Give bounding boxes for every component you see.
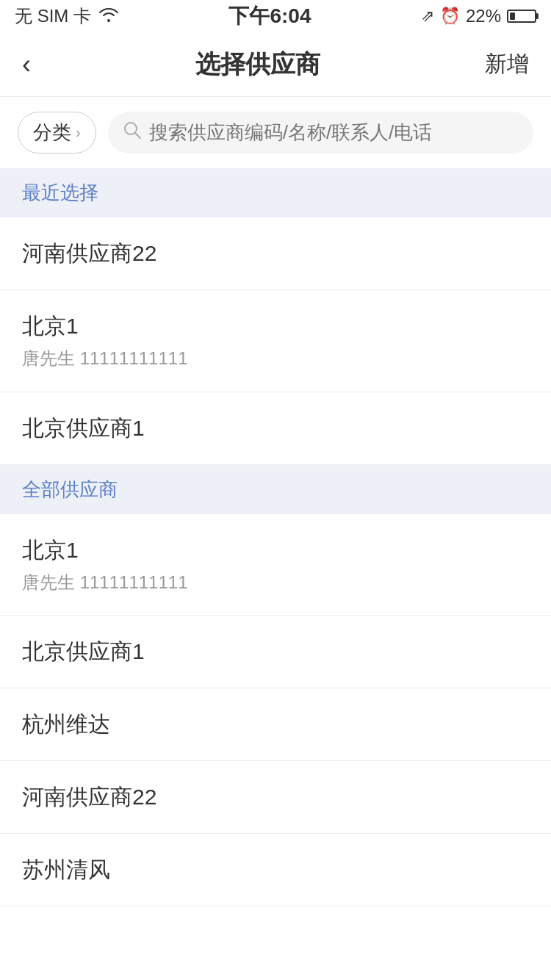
add-button[interactable]: 新增 — [485, 49, 529, 79]
list-item[interactable]: 北京供应商1 — [0, 392, 551, 465]
battery-fill — [510, 12, 515, 20]
list-item[interactable]: 北京1唐先生 11111111111 — [0, 514, 551, 616]
category-label: 分类 — [33, 120, 71, 145]
list-item[interactable]: 河南供应商22 — [0, 217, 551, 290]
battery-percent: 22% — [466, 6, 501, 26]
item-name: 北京供应商1 — [22, 636, 529, 667]
back-button[interactable]: ‹ — [22, 49, 31, 80]
list-item[interactable]: 河南供应商22 — [0, 761, 551, 834]
search-input-wrap — [108, 112, 533, 154]
item-name: 杭州维达 — [22, 709, 529, 740]
category-filter-button[interactable]: 分类 › — [18, 112, 96, 154]
alarm-icon: ⏰ — [440, 7, 460, 26]
list-item[interactable]: 北京1唐先生 11111111111 — [0, 290, 551, 392]
item-name: 北京供应商1 — [22, 413, 529, 444]
nav-bar: ‹ 选择供应商 新增 — [0, 32, 551, 97]
svg-line-1 — [135, 133, 140, 138]
list-item[interactable]: 北京供应商1 — [0, 616, 551, 688]
recent-section-label: 最近选择 — [22, 181, 98, 203]
recent-section-header: 最近选择 — [0, 168, 551, 217]
item-sub: 唐先生 11111111111 — [22, 346, 529, 371]
all-section-label: 全部供应商 — [22, 478, 118, 500]
list-item[interactable]: 苏州清风 — [0, 834, 551, 907]
item-name: 北京1 — [22, 535, 529, 566]
carrier-text: 无 SIM 卡 — [15, 4, 91, 28]
battery-bar — [507, 10, 536, 23]
wifi-icon — [98, 6, 119, 26]
all-items-list: 北京1唐先生 11111111111北京供应商1杭州维达河南供应商22苏州清风 — [0, 514, 551, 907]
item-name: 河南供应商22 — [22, 238, 529, 269]
item-name: 北京1 — [22, 311, 529, 342]
recent-items-list: 河南供应商22北京1唐先生 11111111111北京供应商1 — [0, 217, 551, 465]
chevron-right-icon: › — [76, 124, 81, 141]
status-bar: 无 SIM 卡 下午6:04 ⇗ ⏰ 22% — [0, 0, 551, 32]
status-right: ⇗ ⏰ 22% — [421, 6, 536, 26]
item-name: 苏州清风 — [22, 854, 529, 885]
search-icon — [123, 120, 142, 145]
item-sub: 唐先生 11111111111 — [22, 570, 529, 595]
search-bar: 分类 › — [0, 97, 551, 168]
list-item[interactable]: 杭州维达 — [0, 688, 551, 761]
page-title: 选择供应商 — [195, 48, 320, 82]
search-input[interactable] — [149, 121, 519, 144]
all-section-header: 全部供应商 — [0, 465, 551, 514]
status-time: 下午6:04 — [228, 2, 311, 30]
item-name: 河南供应商22 — [22, 782, 529, 813]
status-left: 无 SIM 卡 — [15, 4, 119, 28]
location-icon: ⇗ — [421, 7, 434, 26]
